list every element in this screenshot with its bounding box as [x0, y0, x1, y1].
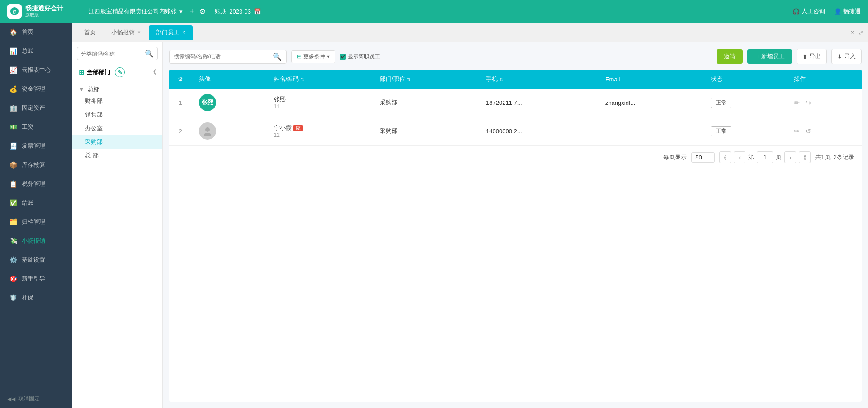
edit-icon-1[interactable]: ✏: [794, 98, 800, 107]
avatar-circle-1: 张熙: [199, 94, 216, 111]
export-label: 导出: [809, 52, 821, 61]
svg-text:好: 好: [12, 10, 17, 14]
dept-child-sales[interactable]: 销售部: [72, 108, 162, 122]
sidebar-item-inventory[interactable]: 📦 库存核算: [0, 155, 72, 174]
sidebar-label-guide: 新手引导: [22, 275, 45, 283]
prev-page-btn[interactable]: ‹: [734, 151, 745, 163]
sidebar-item-home[interactable]: 🏠 首页: [0, 23, 72, 42]
next-page-btn[interactable]: ›: [784, 151, 796, 163]
sidebar-label-reports: 云报表中心: [22, 66, 51, 74]
home-icon: 🏠: [9, 28, 17, 36]
export-btn[interactable]: ⬆ 导出: [797, 49, 827, 64]
sidebar-item-tax[interactable]: 📋 税务管理: [0, 174, 72, 193]
dept-edit-btn[interactable]: ✎: [115, 67, 125, 77]
logout-icon-1[interactable]: ↪: [805, 98, 811, 107]
cancel-fixed-btn[interactable]: ◀◀ 取消固定: [0, 389, 72, 408]
show-resigned-label: 显示离职员工: [348, 53, 380, 61]
filter-label: 更多条件: [303, 53, 325, 61]
col-dept[interactable]: 部门/职位 ⇅: [373, 70, 479, 89]
per-page-label: 每页显示: [663, 153, 687, 161]
sidebar-item-salary[interactable]: 💵 工资: [0, 117, 72, 136]
all-dept-label: 全部部门: [87, 68, 110, 76]
expand-icon: ▼: [79, 86, 85, 93]
last-page-btn[interactable]: ⟫: [799, 151, 811, 163]
dept-search-input[interactable]: [81, 51, 145, 57]
sidebar-item-funds[interactable]: 💰 资金管理: [0, 80, 72, 98]
sidebar-item-invoice[interactable]: 🧾 发票管理: [0, 136, 72, 155]
col-gear[interactable]: ⚙: [169, 70, 192, 89]
dept-parent-hq: ▼ 总部: [72, 83, 162, 94]
company-selector[interactable]: 江西服宝精品有限责任公司内账张 ▾: [89, 7, 183, 15]
edit-icon-2[interactable]: ✏: [794, 127, 800, 136]
row-name-code: 张熙 11: [267, 89, 373, 117]
first-page-btn[interactable]: ⟪: [719, 151, 731, 163]
dept-search-box[interactable]: 🔍: [77, 47, 158, 60]
tab-dept-close[interactable]: ×: [182, 29, 185, 36]
total-records: 共1页, 2条记录: [815, 153, 854, 161]
employee-search-box[interactable]: 🔍: [169, 50, 287, 64]
all-dept-btn[interactable]: ⊞ 全部部门 ✎ 《: [72, 64, 162, 81]
settings-btn[interactable]: ⚙: [199, 7, 206, 16]
col-phone[interactable]: 手机 ⇅: [479, 70, 598, 89]
status-badge-1: 正常: [711, 98, 731, 108]
ledger-icon: 📊: [9, 47, 17, 55]
emp-code-1: 11: [274, 103, 366, 110]
dept-tree: ▼ 总部 财务部 销售部 办公室 采购部 总 部: [72, 81, 162, 164]
sidebar-item-guide[interactable]: 🎯 新手引导: [0, 269, 72, 288]
tab-dept[interactable]: 部门员工 ×: [149, 25, 193, 40]
col-actions: 操作: [787, 70, 862, 89]
sidebar-item-archive[interactable]: 🗂️ 归档管理: [0, 212, 72, 231]
pagination: 每页显示 50 100 200 ⟪ ‹ 第 页 ›: [169, 145, 862, 169]
show-resigned-area[interactable]: 显示离职员工: [340, 53, 380, 61]
sidebar-item-expense[interactable]: 💸 小畅报销: [0, 231, 72, 250]
sidebar-item-ledger[interactable]: 📊 总账: [0, 42, 72, 61]
sidebar-item-checkout[interactable]: ✅ 结账: [0, 193, 72, 212]
col-name[interactable]: 姓名/编码 ⇅: [267, 70, 373, 89]
tab-expense[interactable]: 小畅报销 ×: [104, 25, 148, 40]
row-index: 2: [169, 117, 192, 145]
guide-icon: 🎯: [9, 275, 17, 283]
dropdown-icon: ▾: [179, 8, 183, 15]
assets-icon: 🏢: [9, 104, 17, 112]
sidebar-label-funds: 资金管理: [22, 85, 45, 93]
tab-expand[interactable]: ⤢: [858, 29, 863, 36]
filter-btn[interactable]: ⊟ 更多条件 ▾: [291, 50, 335, 63]
sidebar-item-social[interactable]: 🛡️ 社保: [0, 288, 72, 307]
add-employee-btn[interactable]: + 新增员工: [747, 49, 792, 64]
dept-child-office[interactable]: 办公室: [72, 122, 162, 135]
dept-child-purchase[interactable]: 采购部: [72, 135, 162, 149]
per-page-select[interactable]: 50 100 200: [691, 152, 715, 163]
employee-search-input[interactable]: [174, 53, 273, 60]
calendar-icon[interactable]: 📅: [254, 8, 261, 15]
content-body: 🔍 ⊞ 全部部门 ✎ 《 ▼ 总部 财务部 销售部 办公室 采购部 总 部: [72, 42, 868, 408]
import-btn[interactable]: ⬇ 导入: [831, 49, 862, 64]
collapse-icon[interactable]: 《: [150, 68, 156, 76]
search-icon: 🔍: [273, 52, 282, 61]
sidebar-item-reports[interactable]: 📈 云报表中心: [0, 61, 72, 80]
expense-icon: 💸: [9, 237, 17, 245]
cancel-fixed-label: 取消固定: [18, 395, 40, 403]
svg-point-2: [205, 127, 210, 132]
sidebar-item-settings[interactable]: ⚙️ 基础设置: [0, 250, 72, 269]
sidebar-label-social: 社保: [22, 294, 33, 302]
settings-icon: ⚙️: [9, 256, 17, 264]
tab-home[interactable]: 首页: [77, 25, 103, 40]
user-area[interactable]: 👤 畅捷通: [834, 7, 861, 15]
import-label: 导入: [844, 52, 856, 61]
add-company-btn[interactable]: +: [190, 7, 194, 15]
tab-close-all[interactable]: ×: [850, 28, 854, 37]
dept-child-finance[interactable]: 财务部: [72, 94, 162, 108]
toolbar: 🔍 ⊟ 更多条件 ▾ 显示离职员工 邀请 + 新增员工: [169, 49, 862, 64]
row-actions-1: ✏ ↪: [787, 89, 862, 117]
refresh-icon-2[interactable]: ↺: [805, 127, 811, 136]
page-input[interactable]: [757, 151, 773, 163]
invite-btn[interactable]: 邀请: [717, 49, 743, 64]
ai-consult-label: 人工咨询: [802, 7, 825, 15]
pin-icon: ◀◀: [7, 396, 15, 402]
show-resigned-checkbox[interactable]: [340, 54, 346, 60]
sidebar-label-expense: 小畅报销: [22, 237, 45, 245]
dept-child-general[interactable]: 总 部: [72, 149, 162, 162]
sidebar-item-assets[interactable]: 🏢 固定资产: [0, 98, 72, 117]
ai-consult-btn[interactable]: 🎧 人工咨询: [793, 7, 825, 15]
tab-expense-close[interactable]: ×: [137, 29, 141, 36]
